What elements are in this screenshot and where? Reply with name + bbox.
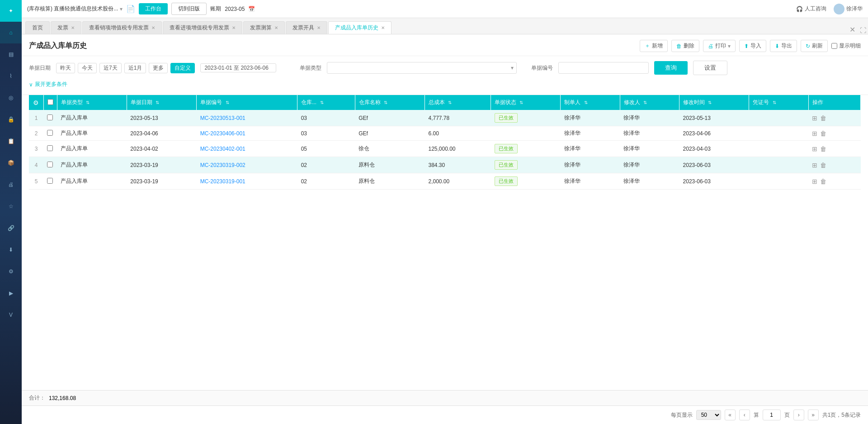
row-checkbox[interactable]: [47, 130, 53, 136]
sidebar-item-link[interactable]: 🔗: [0, 217, 22, 239]
row-doc-number[interactable]: MC-20230513-001: [197, 110, 297, 126]
sort-icon-date[interactable]: ⇅: [156, 100, 159, 105]
doc-number-link[interactable]: MC-20230319-002: [200, 162, 245, 168]
prev-page-btn[interactable]: ‹: [739, 410, 750, 420]
date-range-input[interactable]: [200, 63, 276, 72]
delete-row-icon[interactable]: 🗑: [820, 178, 826, 185]
tab-sales-vat[interactable]: 查看销项增值税专用发票 ✕: [82, 21, 162, 34]
sort-icon-mtime[interactable]: ⇅: [708, 100, 712, 105]
sidebar-item-analytics[interactable]: ⌇: [0, 65, 22, 87]
doc-number-link[interactable]: MC-20230319-001: [200, 178, 245, 185]
sort-icon-voucher[interactable]: ⇅: [773, 100, 776, 105]
row-doc-number[interactable]: MC-20230406-001: [197, 126, 297, 141]
edit-icon[interactable]: ⊞: [812, 178, 817, 185]
more-btn[interactable]: 更多: [149, 63, 168, 73]
expand-filter-btn[interactable]: ∨ 展开更多条件: [29, 79, 67, 90]
tab-home[interactable]: 首页: [25, 21, 50, 34]
sort-icon-wh-code[interactable]: ⇅: [320, 100, 324, 105]
delete-button[interactable]: 🗑 删除: [671, 40, 699, 52]
close-all-tabs[interactable]: ✕: [849, 25, 855, 34]
delete-row-icon[interactable]: 🗑: [820, 114, 826, 122]
last7days-btn[interactable]: 近7天: [99, 63, 122, 73]
new-button[interactable]: ＋ 新增: [640, 40, 668, 52]
doc-number-input[interactable]: [558, 62, 649, 74]
user-menu[interactable]: 徐泽华: [834, 4, 863, 14]
th-checkbox[interactable]: [43, 95, 57, 110]
row-checkbox-cell[interactable]: [43, 173, 57, 190]
first-page-btn[interactable]: «: [725, 410, 736, 420]
custom-btn[interactable]: 自定义: [170, 63, 195, 73]
today-btn[interactable]: 今天: [78, 63, 97, 73]
doc-number-link[interactable]: MC-20230406-001: [200, 130, 245, 137]
export-button[interactable]: ⬇ 导出: [770, 40, 797, 52]
tab-issue[interactable]: 发票开具 ✕: [286, 21, 327, 34]
edit-icon[interactable]: ⊞: [812, 114, 817, 122]
customer-service-link[interactable]: 🎧 人工咨询: [796, 5, 826, 13]
doc-type-select[interactable]: ▾: [327, 62, 517, 74]
sidebar-item-clipboard[interactable]: 📋: [0, 130, 22, 152]
sort-icon-number[interactable]: ⇅: [226, 100, 229, 105]
sort-icon-cost[interactable]: ⇅: [448, 100, 452, 105]
sidebar-item-play[interactable]: ▶: [0, 282, 22, 304]
tab-input-vat[interactable]: 查看进项增值税专用发票 ✕: [163, 21, 242, 34]
select-all-checkbox[interactable]: [47, 99, 53, 105]
row-checkbox[interactable]: [47, 145, 53, 151]
tab-product-in-close[interactable]: ✕: [381, 25, 385, 30]
sidebar-item-v[interactable]: V: [0, 304, 22, 326]
edit-icon[interactable]: ⊞: [812, 145, 817, 152]
row-checkbox-cell[interactable]: [43, 141, 57, 157]
print-button[interactable]: 🖨 打印 ▾: [703, 40, 736, 52]
last-page-btn[interactable]: »: [808, 410, 819, 420]
calendar-icon[interactable]: 📅: [248, 6, 255, 12]
row-checkbox[interactable]: [47, 162, 53, 167]
switch-to-old-button[interactable]: 切到旧版: [171, 3, 207, 15]
sidebar-item-settings[interactable]: ⚙: [0, 261, 22, 282]
page-size-select[interactable]: 50 100 200: [696, 410, 721, 420]
doc-type-input[interactable]: [327, 65, 508, 71]
th-settings[interactable]: ⚙: [29, 95, 43, 110]
tab-issue-close[interactable]: ✕: [317, 25, 321, 30]
sort-icon-wh-name[interactable]: ⇅: [384, 100, 387, 105]
sidebar-item-docs[interactable]: ▤: [0, 43, 22, 65]
query-button[interactable]: 查询: [654, 61, 688, 75]
show-detail-input[interactable]: [831, 43, 837, 49]
dropdown-arrow-icon[interactable]: ▾: [120, 6, 123, 12]
sidebar-item-lock[interactable]: 🔒: [0, 109, 22, 130]
sidebar-item-star[interactable]: ☆: [0, 195, 22, 217]
row-checkbox[interactable]: [47, 178, 53, 184]
row-checkbox-cell[interactable]: [43, 126, 57, 141]
settings-gear-icon[interactable]: ⚙: [33, 99, 39, 106]
sort-icon-modifier[interactable]: ⇅: [643, 100, 647, 105]
import-button[interactable]: ⬆ 导入: [739, 40, 766, 52]
app-logo[interactable]: ✦: [0, 0, 22, 22]
delete-row-icon[interactable]: 🗑: [820, 130, 826, 137]
delete-row-icon[interactable]: 🗑: [820, 162, 826, 169]
sidebar-item-inventory[interactable]: 📦: [0, 152, 22, 174]
tab-product-in[interactable]: 产成品入库单历史 ✕: [328, 21, 392, 34]
sidebar-item-circle[interactable]: ◎: [0, 87, 22, 109]
row-doc-number[interactable]: MC-20230319-001: [197, 173, 297, 190]
row-checkbox[interactable]: [47, 114, 53, 120]
sidebar-item-home[interactable]: ⌂: [0, 22, 22, 43]
show-detail-checkbox[interactable]: 显示明细: [831, 42, 861, 50]
tab-input-vat-close[interactable]: ✕: [232, 25, 236, 30]
yesterday-btn[interactable]: 昨天: [56, 63, 75, 73]
expand-tabs-icon[interactable]: ⛶: [860, 27, 866, 34]
doc-number-link[interactable]: MC-20230513-001: [200, 115, 245, 121]
sort-icon-type[interactable]: ⇅: [86, 100, 90, 105]
sidebar-item-print[interactable]: 🖨: [0, 174, 22, 195]
next-page-btn[interactable]: ›: [793, 410, 804, 420]
page-number-input[interactable]: [763, 410, 781, 420]
tab-invoice[interactable]: 发票 ✕: [51, 21, 81, 34]
sort-icon-creator[interactable]: ⇅: [584, 100, 588, 105]
edit-icon[interactable]: ⊞: [812, 130, 817, 137]
tab-invoice-close[interactable]: ✕: [71, 25, 75, 30]
tab-sales-vat-close[interactable]: ✕: [151, 25, 155, 30]
delete-row-icon[interactable]: 🗑: [820, 145, 826, 152]
tab-calc[interactable]: 发票测算 ✕: [243, 21, 285, 34]
row-checkbox-cell[interactable]: [43, 110, 57, 126]
row-doc-number[interactable]: MC-20230319-002: [197, 157, 297, 173]
edit-icon[interactable]: ⊞: [812, 162, 817, 169]
workbench-button[interactable]: 工作台: [139, 3, 168, 14]
row-checkbox-cell[interactable]: [43, 157, 57, 173]
